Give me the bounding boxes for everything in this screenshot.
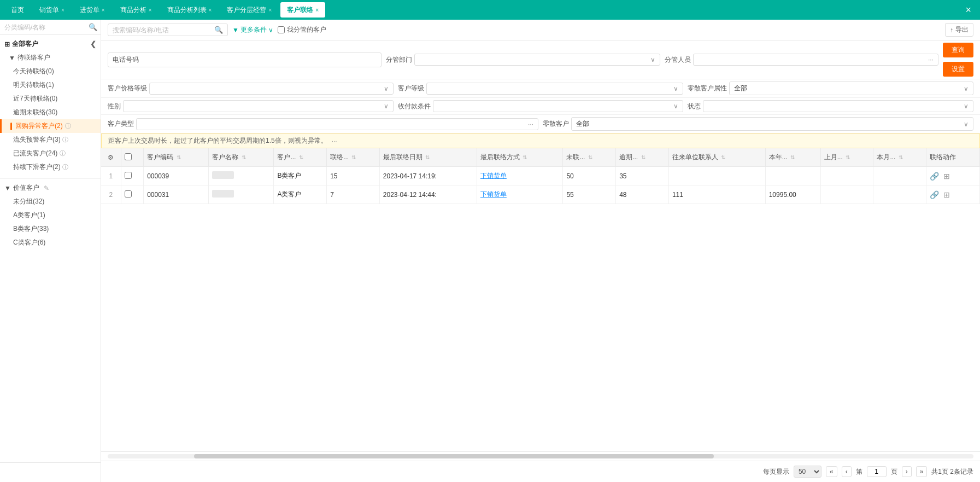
sidebar-item-7days[interactable]: 近7天待联络(0): [0, 92, 101, 106]
status-select[interactable]: ∨: [703, 100, 973, 112]
row2-select[interactable]: [125, 190, 132, 198]
scroll-track[interactable]: [108, 454, 973, 458]
main-search-icon[interactable]: 🔍: [214, 26, 223, 34]
sidebar-item-overdue[interactable]: 逾期未联络(30): [0, 106, 101, 119]
per-page-select[interactable]: 50 100 200: [794, 466, 821, 478]
customer-type-select[interactable]: ···: [136, 118, 538, 130]
last-page-button[interactable]: »: [916, 466, 928, 477]
sidebar-item-b-class[interactable]: B类客户(33): [0, 222, 101, 236]
prev-page-button[interactable]: ‹: [842, 466, 852, 477]
sort-overdue-icon[interactable]: ⇅: [641, 154, 645, 160]
row2-actions: 🔗 ⊞: [926, 185, 980, 204]
sort-contact-icon[interactable]: ⇅: [351, 154, 356, 160]
sidebar-item-declining[interactable]: 持续下滑客户(2) ⓘ: [0, 160, 101, 174]
row1-checkbox[interactable]: [121, 167, 144, 185]
retail-customer-select[interactable]: 全部 ∨: [571, 117, 973, 131]
retail-attr-select[interactable]: 全部 ∨: [729, 82, 973, 95]
sidebar-search-input[interactable]: [4, 24, 86, 31]
close-purchase-tab[interactable]: ×: [102, 7, 105, 13]
th-this-year: 本年... ⇅: [765, 148, 820, 167]
repurchase-header[interactable]: 回购异常客户(2) ⓘ: [0, 119, 101, 133]
row2-name[interactable]: [209, 185, 274, 204]
th-checkbox[interactable]: [121, 148, 144, 167]
export-button[interactable]: ↑ 导出: [945, 23, 973, 37]
row2-grid-icon[interactable]: ⊞: [943, 190, 950, 199]
my-customer-checkbox[interactable]: [278, 26, 285, 33]
sidebar-item-c-class[interactable]: C类客户(6): [0, 236, 101, 249]
horizontal-scrollbar[interactable]: [101, 451, 980, 461]
close-customer-contact-tab[interactable]: ×: [315, 7, 319, 13]
close-product-analysis-tab[interactable]: ×: [149, 7, 152, 13]
payment-select[interactable]: ∨: [433, 100, 684, 112]
nav-tab-home[interactable]: 首页: [4, 2, 31, 18]
sort-code-icon[interactable]: ⇅: [177, 154, 181, 160]
customer-level-select[interactable]: ∨: [426, 83, 684, 95]
page-number-input[interactable]: [867, 466, 887, 477]
scroll-thumb[interactable]: [194, 454, 713, 458]
sidebar-item-unclassified[interactable]: 未分组(32): [0, 195, 101, 208]
sidebar-item-tomorrow[interactable]: 明天待联络(1): [0, 78, 101, 92]
row1-link-icon[interactable]: 🔗: [930, 172, 939, 181]
row2-last-method[interactable]: 下销货单: [477, 185, 563, 204]
pending-group-header[interactable]: ▼ 待联络客户: [0, 51, 101, 65]
nav-tab-customer-contact[interactable]: 客户联络 ×: [280, 2, 325, 18]
sidebar-item-today[interactable]: 今天待联络(0): [0, 65, 101, 78]
value-edit-icon[interactable]: ✎: [44, 184, 49, 192]
gender-select[interactable]: ∨: [123, 100, 394, 112]
tooltip-dots[interactable]: ···: [332, 137, 337, 145]
row1-select[interactable]: [125, 172, 132, 179]
sidebar-item-a-class[interactable]: A类客户(1): [0, 208, 101, 222]
next-page-button[interactable]: ›: [902, 466, 912, 477]
row1-grid-icon[interactable]: ⊞: [943, 172, 950, 181]
sort-last-month-icon[interactable]: ⇅: [846, 154, 850, 160]
sort-contacts-icon[interactable]: ⇅: [721, 154, 725, 160]
query-button[interactable]: 查询: [943, 43, 973, 57]
phone-filter[interactable]: 电话号码: [108, 53, 382, 67]
price-level-select[interactable]: ∨: [149, 83, 394, 95]
close-sales-tab[interactable]: ×: [61, 7, 64, 13]
sort-date-icon[interactable]: ⇅: [425, 154, 430, 160]
all-customers-header[interactable]: ⊞ 全部客户 ❮: [0, 37, 101, 51]
row2-last-date: 2023-04-12 14:44:: [379, 185, 477, 204]
settings-button[interactable]: 设置: [943, 62, 973, 77]
nav-tab-product-analysis[interactable]: 商品分析 ×: [114, 2, 159, 18]
collapse-right-icon[interactable]: ❮: [90, 40, 96, 48]
sort-this-year-icon[interactable]: ⇅: [790, 154, 795, 160]
sort-method-icon[interactable]: ⇅: [523, 154, 527, 160]
table-row: 1 000039 B类客户 15 2023-04-17 14:19: 下销货单 …: [101, 167, 980, 185]
first-page-button[interactable]: «: [826, 466, 837, 477]
sort-name-icon[interactable]: ⇅: [242, 154, 246, 160]
nav-tab-purchase[interactable]: 进货单 ×: [73, 2, 112, 18]
more-conditions-button[interactable]: ▼ 更多条件 ∨: [232, 25, 273, 34]
close-customer-tier-tab[interactable]: ×: [268, 7, 272, 13]
row1-name[interactable]: [209, 167, 274, 185]
customer-type-filter-group: 客户类型 ···: [108, 118, 538, 130]
value-group-header[interactable]: ▼ 价值客户 ✎: [0, 181, 101, 195]
sidebar-item-loss-warning[interactable]: 流失预警客户(3) ⓘ: [0, 133, 101, 147]
manager-select[interactable]: ···: [693, 54, 938, 66]
dept-select[interactable]: ∨: [414, 54, 660, 66]
main-search-input[interactable]: [113, 26, 214, 34]
row2-checkbox[interactable]: [121, 185, 144, 204]
filter-icon: ▼: [232, 26, 239, 34]
declining-info-icon[interactable]: ⓘ: [62, 164, 68, 170]
lost-info-icon[interactable]: ⓘ: [60, 150, 66, 156]
sidebar-search-icon[interactable]: 🔍: [89, 23, 97, 31]
nav-tab-customer-tier[interactable]: 客户分层经营 ×: [220, 2, 278, 18]
nav-tab-product-list[interactable]: 商品分析列表 ×: [161, 2, 219, 18]
th-this-month: 本月... ⇅: [873, 148, 926, 167]
close-window-button[interactable]: ×: [961, 4, 976, 16]
sort-unlisted-icon[interactable]: ⇅: [588, 154, 592, 160]
sort-type-icon[interactable]: ⇅: [299, 154, 303, 160]
loss-warning-info-icon[interactable]: ⓘ: [62, 136, 68, 143]
row1-last-method[interactable]: 下销货单: [477, 167, 563, 185]
th-settings[interactable]: ⚙: [101, 148, 121, 167]
select-all-checkbox[interactable]: [125, 153, 132, 160]
row2-link-icon[interactable]: 🔗: [930, 190, 939, 199]
sort-this-month-icon[interactable]: ⇅: [899, 154, 903, 160]
close-product-list-tab[interactable]: ×: [209, 7, 212, 13]
sidebar-item-lost[interactable]: 已流失客户(24) ⓘ: [0, 147, 101, 160]
filter-row-2: 客户价格等级 ∨ 客户等级 ∨ 零散客户属性 全部 ∨: [101, 79, 980, 98]
nav-tab-sales[interactable]: 销货单 ×: [33, 2, 71, 18]
repurchase-info-icon[interactable]: ⓘ: [65, 122, 71, 130]
